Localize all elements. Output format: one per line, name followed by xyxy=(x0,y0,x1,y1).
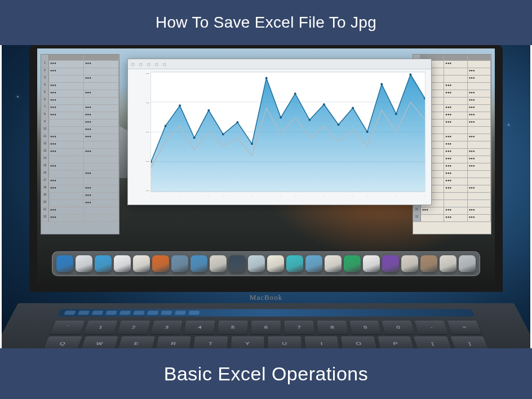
dock-app-icon xyxy=(248,255,265,272)
svg-point-21 xyxy=(380,83,383,85)
chart-svg xyxy=(151,72,425,192)
chart-yaxis: ————— xyxy=(132,72,149,192)
keyboard-key: 9 xyxy=(349,321,382,334)
dock-app-icon xyxy=(190,255,207,272)
dock-app-icon xyxy=(267,255,284,272)
keyboard-key: R xyxy=(156,336,192,348)
chart-plot-area xyxy=(150,72,425,192)
keyboard-key: 4 xyxy=(184,321,215,334)
svg-point-23 xyxy=(409,73,411,76)
svg-point-20 xyxy=(366,131,369,133)
svg-point-7 xyxy=(179,104,181,107)
bottom-title: Basic Excel Operations xyxy=(164,363,369,385)
keyboard-key: P xyxy=(377,336,414,348)
laptop-illustration: 1●●●●●●2●●●3●●●4●●●5●●●●●●6●●●7●●●●●●8●●… xyxy=(21,45,511,348)
dock-app-icon xyxy=(76,255,92,272)
svg-point-12 xyxy=(251,143,253,145)
keyboard-key: 1 xyxy=(83,321,117,334)
spreadsheet-panel-left: 1●●●●●●2●●●3●●●4●●●5●●●●●●6●●●7●●●●●●8●●… xyxy=(41,54,119,234)
touchbar xyxy=(57,309,475,316)
keyboard-key: = xyxy=(447,321,482,334)
svg-point-16 xyxy=(308,119,311,121)
chart-window: ▢▢▢▢▢ ————— ···················· xyxy=(127,59,432,205)
keyboard-key: O xyxy=(341,336,377,348)
keyboard-key: 2 xyxy=(117,321,150,334)
keyboard-key: E xyxy=(118,336,155,348)
dock-app-icon xyxy=(401,255,418,272)
bottom-banner: Basic Excel Operations xyxy=(0,348,532,399)
svg-point-10 xyxy=(222,133,224,135)
svg-point-14 xyxy=(280,117,282,119)
chart-xaxis: ···················· xyxy=(150,194,425,201)
laptop-keyboard: `1234567890-=QWERTYUIOP[]ASDFGHJKL;' xyxy=(0,303,532,348)
dock-app-icon xyxy=(114,255,131,272)
dock-app-icon xyxy=(363,255,380,272)
dock-app-icon xyxy=(420,255,437,272)
screen-bezel: 1●●●●●●2●●●3●●●4●●●5●●●●●●6●●●7●●●●●●8●●… xyxy=(29,45,503,292)
dock-app-icon xyxy=(95,255,112,272)
svg-point-13 xyxy=(265,77,268,79)
keyboard-key: - xyxy=(415,321,449,334)
keyboard-key: 8 xyxy=(317,321,348,334)
svg-point-8 xyxy=(193,137,196,139)
keyboard-key: I xyxy=(304,336,339,348)
dock-app-icon xyxy=(440,255,456,272)
keyboard-key: 0 xyxy=(382,321,415,334)
dock-app-icon xyxy=(344,255,361,272)
keyboard-key: U xyxy=(268,336,302,348)
keyboard-key: W xyxy=(80,336,118,348)
macos-dock xyxy=(52,251,480,276)
keyboard-key: ] xyxy=(450,336,489,348)
top-banner: How To Save Excel File To Jpg xyxy=(0,0,532,45)
keyboard-key: Y xyxy=(230,336,264,348)
keyboard-key: 7 xyxy=(284,321,314,334)
svg-point-9 xyxy=(207,109,210,112)
svg-point-18 xyxy=(338,123,340,126)
dock-app-icon xyxy=(133,255,150,272)
laptop-brand-label: MacBook xyxy=(250,293,282,302)
keyboard-key: 6 xyxy=(251,321,281,334)
keyboard-key: [ xyxy=(414,336,451,348)
svg-point-11 xyxy=(237,121,239,123)
chart-toolbar: ▢▢▢▢▢ xyxy=(128,59,431,69)
hero-image-area: 1●●●●●●2●●●3●●●4●●●5●●●●●●6●●●7●●●●●●8●●… xyxy=(0,45,532,348)
dock-app-icon xyxy=(152,255,169,272)
tutorial-cover-container: How To Save Excel File To Jpg 1●●●●●●2●●… xyxy=(0,0,532,399)
dock-app-icon xyxy=(171,255,188,272)
keyboard-key: 3 xyxy=(150,321,183,334)
keyboard-key: Q xyxy=(43,336,82,348)
dock-app-icon xyxy=(459,255,476,272)
laptop-screen: 1●●●●●●2●●●3●●●4●●●5●●●●●●6●●●7●●●●●●8●●… xyxy=(37,48,495,284)
dock-app-icon xyxy=(286,255,303,272)
dock-app-icon xyxy=(305,255,322,272)
dock-app-icon xyxy=(210,255,227,272)
svg-point-17 xyxy=(323,103,325,105)
svg-point-6 xyxy=(165,125,167,127)
svg-point-19 xyxy=(352,107,354,109)
dock-app-icon xyxy=(325,255,342,272)
dock-app-icon xyxy=(382,255,399,272)
keyboard-key: ` xyxy=(50,321,85,334)
dock-app-icon xyxy=(56,255,73,272)
svg-point-15 xyxy=(294,92,296,95)
keyboard-key: 5 xyxy=(218,321,248,334)
svg-point-22 xyxy=(395,113,397,115)
top-title: How To Save Excel File To Jpg xyxy=(156,14,376,32)
dock-app-icon xyxy=(229,255,246,272)
keyboard-key: T xyxy=(193,336,228,348)
